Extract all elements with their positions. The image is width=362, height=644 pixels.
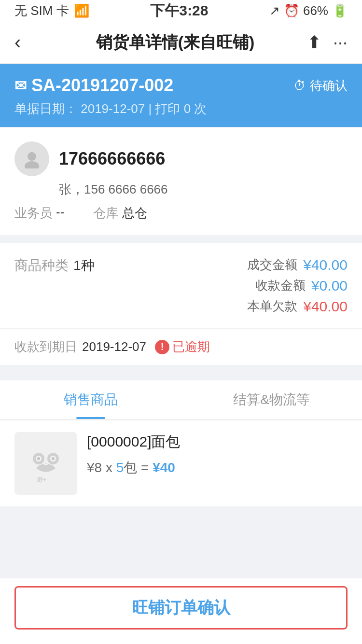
confirm-button[interactable]: 旺铺订单确认 <box>14 586 348 630</box>
due-section: 收款到期日 2019-12-07 ! 已逾期 <box>0 328 362 365</box>
status-right: ↗ ⏰ 66% 🔋 <box>269 3 348 18</box>
page-title: 销货单详情(来自旺铺) <box>96 31 255 54</box>
product-unit: 包 <box>124 460 137 475</box>
divider-1 <box>0 235 362 243</box>
product-section: 野+ [0000002]面包 ¥8 x 5包 = ¥40 <box>0 420 362 506</box>
product-price-0: ¥8 x 5包 = ¥40 <box>87 459 348 477</box>
svg-point-7 <box>52 457 55 460</box>
battery-label: 66% <box>303 3 328 18</box>
due-date: 2019-12-07 <box>82 339 146 354</box>
alarm-icon: ⏰ <box>284 3 299 18</box>
tab-products-label: 销售商品 <box>64 391 118 409</box>
tab-products[interactable]: 销售商品 <box>0 380 181 419</box>
unit-price: ¥8 <box>87 460 102 475</box>
order-id-text: SA-20191207-002 <box>31 75 173 96</box>
svg-point-6 <box>37 457 40 460</box>
product-total: ¥40 <box>153 460 175 475</box>
tabs-section: 销售商品 结算&物流等 <box>0 380 362 420</box>
customer-meta: 业务员 -- 仓库 总仓 <box>14 205 348 222</box>
avatar <box>14 141 49 176</box>
tab-settlement[interactable]: 结算&物流等 <box>181 380 362 419</box>
summary-section: 商品种类 1种 成交金额 ¥40.00 收款金额 ¥0.00 本单欠款 ¥40.… <box>0 243 362 328</box>
battery-icon: 🔋 <box>332 3 348 18</box>
product-thumbnail: 野+ <box>14 432 77 495</box>
date-value: 2019-12-07 <box>81 101 145 116</box>
svg-text:野+: 野+ <box>37 476 46 483</box>
status-left: 无 SIM 卡 📶 <box>14 2 89 19</box>
product-name-0: [0000002]面包 <box>87 432 348 452</box>
product-type-label: 商品种类 <box>14 256 69 275</box>
product-code: [0000002] <box>87 434 151 449</box>
order-header: ✉ SA-20191207-002 ⏱ 待确认 单据日期： 2019-12-07… <box>0 64 362 127</box>
more-icon[interactable]: ··· <box>333 32 348 53</box>
amount-label-0: 成交金额 <box>247 256 297 273</box>
overdue-badge: ! 已逾期 <box>155 338 210 355</box>
svg-point-0 <box>28 152 36 161</box>
amount-list: 成交金额 ¥40.00 收款金额 ¥0.00 本单欠款 ¥40.00 <box>247 256 348 315</box>
warehouse-label: 仓库 <box>93 205 118 222</box>
back-button[interactable]: ‹ <box>14 31 43 53</box>
amount-value-0: ¥40.00 <box>303 257 348 273</box>
sales-label: 业务员 <box>14 205 52 222</box>
overdue-text: 已逾期 <box>172 338 210 355</box>
nav-bar: ‹ 销货单详情(来自旺铺) ⬆ ··· <box>0 21 362 64</box>
tab-underline <box>76 417 105 419</box>
equals-sign: = <box>141 460 153 475</box>
amount-value-2: ¥40.00 <box>303 298 348 315</box>
warehouse-meta: 仓库 总仓 <box>93 205 147 222</box>
svg-point-1 <box>25 161 39 168</box>
product-title: 面包 <box>151 434 180 449</box>
due-label: 收款到期日 <box>14 338 77 355</box>
bottom-bar: 旺铺订单确认 <box>0 578 362 644</box>
amount-label-2: 本单欠款 <box>247 298 297 315</box>
tab-settlement-label: 结算&物流等 <box>233 391 310 409</box>
sales-meta: 业务员 -- <box>14 205 64 222</box>
sim-label: 无 SIM 卡 <box>14 2 69 19</box>
nav-actions: ⬆ ··· <box>307 32 348 53</box>
sales-value: -- <box>56 205 64 222</box>
amount-row-2: 本单欠款 ¥40.00 <box>247 298 348 315</box>
location-icon: ↗ <box>269 3 280 18</box>
status-text: 待确认 <box>310 77 348 94</box>
tabs-row: 销售商品 结算&物流等 <box>0 380 362 419</box>
order-status: ⏱ 待确认 <box>293 77 348 94</box>
order-icon: ✉ <box>14 77 27 94</box>
order-id: ✉ SA-20191207-002 <box>14 75 173 96</box>
product-item-0: 野+ [0000002]面包 ¥8 x 5包 = ¥40 <box>14 432 348 495</box>
status-bar: 无 SIM 卡 📶 下午3:28 ↗ ⏰ 66% 🔋 <box>0 0 362 21</box>
warehouse-value: 总仓 <box>122 205 147 222</box>
clock-icon: ⏱ <box>293 78 306 93</box>
product-qty: 5 <box>116 460 124 475</box>
print-info: | 打印 0 次 <box>148 101 207 116</box>
amount-label-1: 收款金额 <box>255 277 306 294</box>
amount-row-0: 成交金额 ¥40.00 <box>247 256 348 273</box>
divider-2 <box>0 365 362 373</box>
product-info-0: [0000002]面包 ¥8 x 5包 = ¥40 <box>87 432 348 477</box>
order-date-row: 单据日期： 2019-12-07 | 打印 0 次 <box>14 100 348 117</box>
date-label: 单据日期： <box>14 101 77 116</box>
product-type: 商品种类 1种 <box>14 256 95 275</box>
overdue-icon: ! <box>155 340 169 354</box>
customer-name: 张，156 6666 6666 <box>14 181 348 198</box>
status-time: 下午3:28 <box>150 1 208 21</box>
amount-row-1: 收款金额 ¥0.00 <box>255 277 348 294</box>
amount-value-1: ¥0.00 <box>311 278 348 294</box>
multiply-sign: x <box>106 460 116 475</box>
share-icon[interactable]: ⬆ <box>307 32 321 53</box>
customer-phone: 17666666666 <box>59 149 165 169</box>
wifi-icon: 📶 <box>74 3 89 18</box>
product-type-value: 1种 <box>73 256 95 275</box>
customer-section: 17666666666 张，156 6666 6666 业务员 -- 仓库 总仓 <box>0 128 362 235</box>
